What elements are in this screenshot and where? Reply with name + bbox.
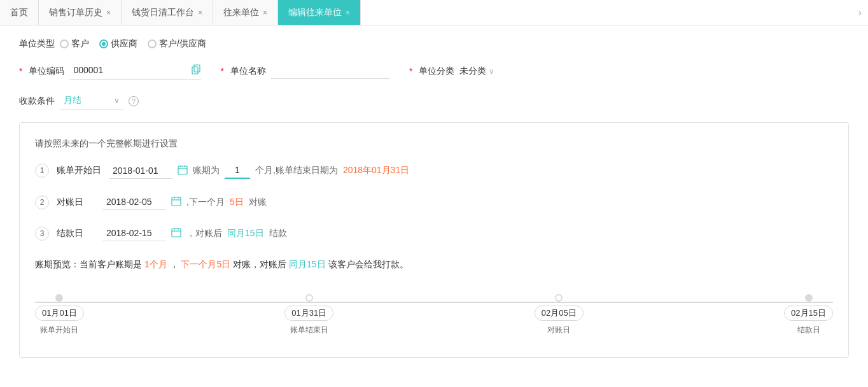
tab-sales-history-close[interactable]: × — [106, 8, 111, 17]
unit-category-arrow: ∨ — [489, 67, 494, 76]
timeline-badge-1: 01月31日 — [284, 306, 333, 321]
unit-code-label: 单位编码 — [29, 66, 64, 77]
timeline-dot-2 — [555, 294, 563, 302]
tab-home[interactable]: 首页 — [0, 0, 39, 25]
payment-condition-arrow: ∨ — [114, 96, 120, 105]
payment-condition-select[interactable]: 月结 ∨ — [60, 92, 123, 109]
unit-name-input[interactable]: 河南供应商22 — [271, 63, 390, 79]
tab-partner[interactable]: 往来单位 × — [213, 0, 278, 25]
radio-both-circle — [148, 39, 157, 48]
period-unit-label: 个月,账单结束日期为 — [255, 165, 338, 176]
preview-suffix: 该客户会给我打款。 — [328, 259, 409, 269]
timeline-sublabel-1: 账单结束日 — [290, 325, 328, 335]
tab-home-label: 首页 — [10, 7, 28, 18]
tab-sales-history[interactable]: 销售订单历史 × — [39, 0, 122, 25]
unit-code-star: * — [19, 66, 22, 76]
step-content-2: ,下一个月 5日 对账 — [102, 194, 267, 210]
timeline: 01月01日 账单开始日 01月31日 账单结束日 02月05日 对账日 02月… — [35, 288, 833, 342]
tab-expand-button[interactable]: › — [852, 0, 868, 25]
preview-part2: 下一个月5日 — [181, 259, 230, 269]
timeline-dot-1 — [305, 294, 313, 302]
tab-cash-work[interactable]: 钱货日清工作台 × — [122, 0, 213, 25]
radio-both[interactable]: 客户/供应商 — [148, 38, 206, 50]
calendar-icon-1[interactable] — [178, 165, 188, 177]
unit-code-field: * 单位编码 — [19, 62, 201, 80]
preview-prefix: 账期预览：当前客户账期是 — [35, 259, 142, 269]
unit-code-input-container — [69, 62, 201, 80]
tab-cash-work-label: 钱货日清工作台 — [132, 7, 194, 18]
step-content-3: ，对账后 同月15日 结款 — [102, 225, 287, 241]
unit-type-radio-group: 客户 供应商 客户/供应商 — [60, 38, 206, 50]
step-row-3: 3 结款日 ，对账后 同月15日 结款 — [35, 225, 833, 241]
step-date-3[interactable] — [102, 225, 166, 241]
step-row-2: 2 对账日 ,下一个月 5日 对账 — [35, 194, 833, 210]
timeline-item-3: 02月15日 结款日 — [784, 294, 833, 335]
svg-rect-10 — [172, 229, 181, 237]
payment-condition-value: 月结 — [64, 95, 109, 106]
tab-edit-partner[interactable]: 编辑往来单位 × — [278, 0, 361, 25]
step-label-3: 结款日 — [57, 228, 95, 239]
preview-sep2: 对账，对账后 — [233, 259, 286, 269]
radio-both-label: 客户/供应商 — [159, 38, 206, 50]
radio-supplier[interactable]: 供应商 — [99, 38, 137, 50]
svg-rect-6 — [172, 197, 181, 206]
step-label-2: 对账日 — [57, 197, 95, 208]
preview-text: 账期预览：当前客户账期是 1个月 ， 下一个月5日 对账，对账后 同月15日 该… — [35, 257, 833, 272]
svg-rect-2 — [178, 166, 187, 174]
tab-cash-work-close[interactable]: × — [198, 8, 202, 17]
unit-type-label: 单位类型 — [19, 38, 55, 50]
tab-sales-history-label: 销售订单历史 — [49, 7, 102, 18]
step-date-1[interactable] — [109, 163, 172, 179]
tab-edit-partner-close[interactable]: × — [346, 8, 350, 17]
radio-customer[interactable]: 客户 — [60, 38, 89, 50]
period-value-input[interactable] — [225, 162, 250, 179]
preview-sep1: ， — [170, 259, 179, 269]
payment-help-icon[interactable]: ? — [129, 96, 139, 106]
timeline-sublabel-0: 账单开始日 — [40, 325, 78, 335]
timeline-sublabel-3: 结款日 — [797, 325, 820, 335]
step3-prefix: ，对账后 — [186, 228, 222, 239]
step-number-1: 1 — [35, 164, 49, 178]
unit-info-row: * 单位编码 * 单位名称 河南供应商22 * 单位分类 未分类 — [19, 62, 849, 80]
step-row-1: 1 账单开始日 账期为 个月,账单结束日期为 2018年01月31日 — [35, 162, 833, 179]
payment-condition-field: 收款条件 月结 ∨ ? — [19, 92, 139, 109]
unit-category-value: 未分类 — [459, 66, 486, 77]
timeline-badge-3: 02月15日 — [784, 306, 833, 321]
step3-highlight: 同月15日 — [227, 228, 264, 239]
step-number-3: 3 — [35, 227, 49, 241]
calendar-icon-2[interactable] — [171, 196, 181, 208]
radio-supplier-circle — [99, 39, 108, 48]
unit-code-input[interactable] — [69, 62, 188, 78]
tab-edit-partner-label: 编辑往来单位 — [288, 7, 342, 18]
radio-customer-label: 客户 — [71, 38, 89, 50]
unit-code-copy-icon[interactable] — [191, 64, 201, 76]
unit-category-select[interactable]: 未分类 ∨ — [459, 66, 494, 77]
unit-name-label: 单位名称 — [230, 66, 266, 77]
unit-name-star: * — [220, 66, 223, 76]
period-end-date: 2018年01月31日 — [343, 165, 409, 176]
radio-supplier-label: 供应商 — [111, 38, 137, 50]
period-card: 请按照未来的一个完整帐期进行设置 1 账单开始日 账期为 个月,账单结束日期为 — [19, 122, 849, 358]
step-label-1: 账单开始日 — [57, 165, 101, 176]
step3-suffix: 结款 — [269, 228, 287, 239]
unit-type-row: 单位类型 客户 供应商 客户/供应商 — [19, 38, 849, 50]
payment-row: 收款条件 月结 ∨ ? — [19, 92, 849, 109]
payment-condition-label: 收款条件 — [19, 95, 55, 107]
unit-name-field: * 单位名称 河南供应商22 — [220, 63, 389, 79]
timeline-item-2: 02月05日 对账日 — [535, 294, 584, 335]
step2-prefix: ,下一个月 — [186, 197, 225, 208]
tab-partner-close[interactable]: × — [263, 8, 267, 17]
calendar-icon-3[interactable] — [171, 227, 181, 239]
step-date-2[interactable] — [102, 194, 166, 210]
timeline-dot-3 — [805, 294, 813, 302]
step2-suffix: 对账 — [249, 197, 267, 208]
preview-part1: 1个月 — [144, 259, 167, 269]
main-content: 单位类型 客户 供应商 客户/供应商 * 单位编码 — [0, 25, 868, 387]
card-title: 请按照未来的一个完整帐期进行设置 — [35, 138, 833, 150]
timeline-dot-0 — [55, 294, 63, 302]
svg-rect-1 — [194, 65, 200, 72]
timeline-badge-0: 01月01日 — [35, 306, 84, 321]
unit-category-label: 单位分类 — [419, 66, 454, 77]
step-content-1: 账期为 个月,账单结束日期为 2018年01月31日 — [109, 162, 409, 179]
step2-highlight: 5日 — [230, 197, 244, 208]
